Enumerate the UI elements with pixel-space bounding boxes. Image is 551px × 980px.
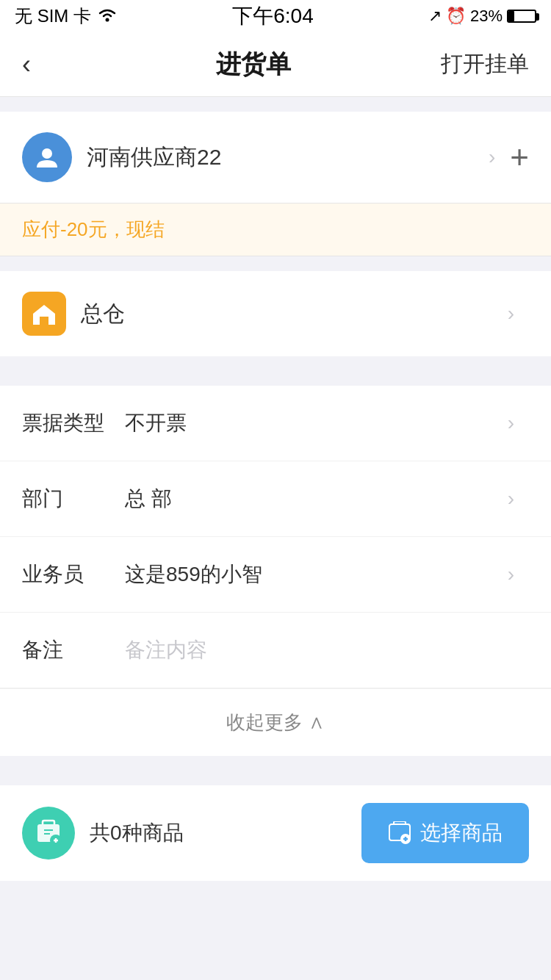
section-divider-3 [0, 756, 551, 771]
back-button[interactable]: ‹ [22, 49, 66, 80]
salesperson-chevron: › [508, 563, 514, 586]
page-title: 进货单 [216, 48, 291, 82]
salesperson-label: 业务员 [22, 561, 110, 588]
invoice-type-row[interactable]: 票据类型 不开票 › [0, 386, 551, 461]
invoice-type-chevron: › [508, 411, 514, 435]
warehouse-card[interactable]: 总仓 › [0, 271, 551, 356]
department-value: 总 部 [110, 485, 508, 513]
status-right: ↗ ⏰ 23% [428, 7, 536, 26]
wifi-icon [97, 6, 118, 26]
invoice-type-value: 不开票 [110, 409, 508, 437]
chevron-right-icon: › [489, 145, 495, 169]
notice-text: 应付-20元，现结 [22, 218, 165, 240]
department-label: 部门 [22, 485, 110, 513]
collapse-label: 收起更多 ∧ [226, 711, 324, 733]
svg-point-1 [42, 148, 52, 159]
select-product-button[interactable]: 选择商品 [361, 803, 529, 863]
section-divider-1 [0, 256, 551, 271]
department-row[interactable]: 部门 总 部 › [0, 461, 551, 537]
remark-input[interactable]: 备注内容 [110, 636, 529, 664]
nav-bar: ‹ 进货单 打开挂单 [0, 32, 551, 97]
bottom-bar: 共0种商品 选择商品 [0, 785, 551, 881]
invoice-type-label: 票据类型 [22, 409, 110, 437]
status-bar: 无 SIM 卡 下午6:04 ↗ ⏰ 23% [0, 0, 551, 32]
svg-point-0 [106, 18, 109, 22]
salesperson-row[interactable]: 业务员 这是859的小智 › [0, 537, 551, 613]
warehouse-name: 总仓 [81, 299, 508, 329]
supplier-card: 河南供应商22 › + 应付-20元，现结 [0, 112, 551, 256]
supplier-name: 河南供应商22 [87, 143, 489, 173]
form-section: 票据类型 不开票 › 部门 总 部 › 业务员 这是859的小智 › 备注 备注… [0, 386, 551, 756]
warehouse-icon-wrap [22, 292, 66, 336]
collapse-button[interactable]: 收起更多 ∧ [0, 688, 551, 756]
warehouse-chevron-icon: › [508, 302, 514, 325]
carrier-label: 无 SIM 卡 [15, 4, 91, 28]
product-icon-wrap [22, 807, 75, 860]
status-left: 无 SIM 卡 [15, 4, 118, 28]
time-label: 下午6:04 [232, 2, 314, 30]
avatar [22, 132, 72, 182]
section-divider-2 [0, 356, 551, 371]
supplier-row[interactable]: 河南供应商22 › + [0, 112, 551, 203]
top-divider [0, 97, 551, 112]
remark-label: 备注 [22, 636, 110, 664]
page-background [0, 881, 551, 980]
salesperson-value: 这是859的小智 [110, 561, 508, 588]
battery-label: 23% [470, 7, 503, 26]
open-pending-button[interactable]: 打开挂单 [441, 49, 529, 79]
department-chevron: › [508, 487, 514, 511]
product-count-label: 共0种商品 [90, 819, 347, 847]
remark-row[interactable]: 备注 备注内容 [0, 613, 551, 688]
warehouse-row[interactable]: 总仓 › [0, 271, 551, 356]
location-icon: ↗ [428, 7, 442, 26]
add-supplier-button[interactable]: + [510, 141, 529, 173]
svg-rect-2 [40, 317, 48, 325]
alarm-icon: ⏰ [446, 7, 466, 26]
select-product-label: 选择商品 [420, 819, 503, 847]
battery-icon [507, 10, 536, 23]
notice-banner: 应付-20元，现结 [0, 203, 551, 256]
